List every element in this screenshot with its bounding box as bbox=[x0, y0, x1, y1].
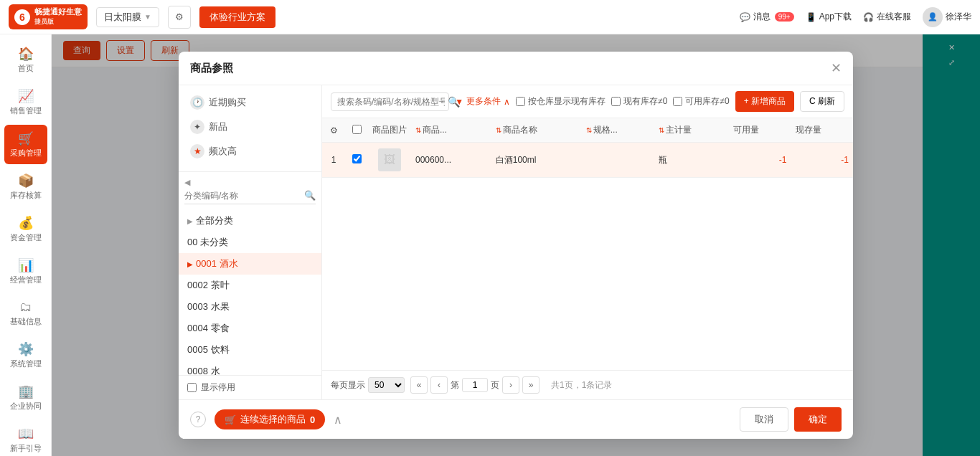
unit-header: ⇅ 主计量 bbox=[654, 118, 729, 143]
page-navigation: « ‹ 第 页 › » bbox=[410, 376, 540, 394]
row-checkbox[interactable] bbox=[352, 154, 362, 163]
category-all[interactable]: ▶ 全部分类 bbox=[179, 210, 321, 232]
recent-tab[interactable]: 🕐 近期购买 bbox=[184, 91, 316, 114]
pagination-bar: 每页显示 50 20 100 « ‹ 第 bbox=[322, 370, 853, 399]
store-selector[interactable]: 日太阳膜 ▼ bbox=[96, 7, 159, 27]
product-table: ⚙ 商品图片 bbox=[322, 118, 853, 178]
row-checkbox-cell bbox=[345, 143, 368, 178]
select-all-checkbox[interactable] bbox=[352, 125, 362, 134]
config-icon[interactable]: ⚙ bbox=[330, 125, 338, 136]
modal-toolbar: 🔍 ▼ 更多条件 ∧ 按仓库显示现有库存 bbox=[322, 85, 853, 118]
sort-name-icon[interactable]: ⇅ bbox=[496, 126, 501, 134]
left-tabs: 🕐 近期购买 ✦ 新品 ★ 频次高 bbox=[179, 85, 321, 168]
add-product-button[interactable]: + 新增商品 bbox=[735, 91, 794, 112]
modal-header: 商品参照 ✕ bbox=[179, 52, 853, 85]
page-size-select[interactable]: 50 20 100 bbox=[368, 377, 405, 393]
stock-ne0-filter-label[interactable]: 现有库存≠0 bbox=[611, 95, 667, 108]
try-industry-button[interactable]: 体验行业方案 bbox=[199, 6, 275, 28]
system-icon: ⚙️ bbox=[18, 341, 34, 357]
category-search-icon[interactable]: 🔍 bbox=[304, 190, 316, 201]
help-icon[interactable]: ? bbox=[190, 412, 206, 427]
row-available-cell: -1 bbox=[729, 143, 791, 178]
table-row[interactable]: 1 🖼 bbox=[322, 143, 853, 178]
row-image-cell: 🖼 bbox=[368, 143, 411, 178]
row-num: 1 bbox=[322, 143, 345, 178]
sort-spec-icon[interactable]: ⇅ bbox=[586, 126, 592, 134]
more-filter-button[interactable]: ▼ 更多条件 ∧ bbox=[455, 95, 510, 108]
app-download-item[interactable]: 📱 App下载 bbox=[806, 11, 852, 23]
category-search-input[interactable] bbox=[184, 191, 301, 201]
headset-icon: 🎧 bbox=[863, 12, 874, 22]
first-page-button[interactable]: « bbox=[410, 376, 428, 394]
enterprise-icon: 🏢 bbox=[18, 384, 34, 399]
sidebar-item-guide[interactable]: 📖 新手引导 bbox=[4, 420, 47, 456]
category-list: ▶ 全部分类 00 未分类 ▶ 0001 酒水 0002 茶 bbox=[179, 210, 321, 375]
frequent-tab[interactable]: ★ 频次高 bbox=[184, 140, 316, 163]
category-0004[interactable]: 0004 零食 bbox=[179, 318, 321, 339]
sort-unit-icon[interactable]: ⇅ bbox=[659, 126, 664, 134]
collapse-cart-button[interactable]: ∧ bbox=[334, 413, 342, 427]
inventory-icon: 📦 bbox=[18, 173, 34, 189]
product-image: 🖼 bbox=[378, 148, 401, 171]
settings-icon[interactable]: ⚙ bbox=[168, 6, 191, 29]
category-0008[interactable]: 0008 水 bbox=[179, 361, 321, 375]
dropdown-arrow-icon: ▼ bbox=[144, 13, 151, 21]
category-0002[interactable]: 0002 茶叶 bbox=[179, 275, 321, 296]
stock-ne0-checkbox[interactable] bbox=[611, 97, 621, 106]
row-spec-cell bbox=[582, 143, 654, 178]
product-reference-modal: 商品参照 ✕ 🕐 近期购买 ✦ bbox=[179, 52, 853, 439]
product-search-box: 🔍 bbox=[331, 92, 449, 111]
cancel-button[interactable]: 取消 bbox=[740, 407, 788, 432]
confirm-button[interactable]: 确定 bbox=[794, 407, 842, 432]
message-icon: 💬 bbox=[740, 12, 750, 22]
warehouse-filter-label[interactable]: 按仓库显示现有库存 bbox=[516, 95, 606, 108]
toolbar-right-actions: + 新增商品 C 刷新 bbox=[735, 91, 844, 112]
cart-button[interactable]: 🛒 连续选择的商品 0 bbox=[215, 409, 325, 429]
footer-actions: 取消 确定 bbox=[740, 407, 842, 432]
all-arrow-icon: ▶ bbox=[187, 217, 193, 225]
avail-ne0-filter-label[interactable]: 可用库存≠0 bbox=[673, 95, 729, 108]
product-search-input[interactable] bbox=[337, 97, 445, 107]
warehouse-filter-checkbox[interactable] bbox=[516, 97, 525, 106]
phone-icon: 📱 bbox=[806, 12, 816, 22]
row-stock-cell: -1 bbox=[791, 143, 853, 178]
sort-code-icon[interactable]: ⇅ bbox=[415, 126, 421, 134]
logo: 6 畅捷通好生意 捷员版 bbox=[9, 4, 88, 29]
new-product-tab[interactable]: ✦ 新品 bbox=[184, 115, 316, 138]
category-0003[interactable]: 0003 水果 bbox=[179, 296, 321, 318]
category-00[interactable]: 00 未分类 bbox=[179, 232, 321, 253]
sidebar-item-home[interactable]: 🏠 首页 bbox=[4, 40, 47, 80]
category-0001[interactable]: ▶ 0001 酒水 bbox=[179, 253, 321, 275]
page-info: 共1页，1条记录 bbox=[551, 379, 612, 391]
sidebar-item-inventory[interactable]: 📦 库存核算 bbox=[4, 167, 47, 206]
sidebar-item-sales[interactable]: 📈 销售管理 bbox=[4, 82, 47, 122]
modal-close-button[interactable]: ✕ bbox=[831, 60, 842, 76]
row-name-cell: 白酒100ml bbox=[491, 143, 582, 178]
sidebar-item-finance[interactable]: 💰 资金管理 bbox=[4, 209, 47, 249]
last-page-button[interactable]: » bbox=[522, 376, 540, 394]
row-code-cell: 000600... bbox=[411, 143, 491, 178]
next-page-button[interactable]: › bbox=[502, 376, 519, 394]
show-disabled-label[interactable]: 显示停用 bbox=[201, 381, 235, 394]
page-number-input[interactable] bbox=[462, 378, 488, 392]
sidebar-item-purchase[interactable]: 🛒 采购管理 bbox=[4, 125, 47, 164]
sidebar-item-system[interactable]: ⚙️ 系统管理 bbox=[4, 336, 47, 375]
logo-circle: 6 bbox=[14, 9, 30, 25]
finance-icon: 💰 bbox=[18, 215, 34, 231]
active-arrow-icon: ▶ bbox=[187, 260, 193, 268]
refresh-table-button[interactable]: C 刷新 bbox=[800, 91, 844, 112]
show-disabled-checkbox[interactable] bbox=[187, 383, 197, 392]
category-0005[interactable]: 0005 饮料 bbox=[179, 339, 321, 361]
sidebar-item-basic[interactable]: 🗂 基础信息 bbox=[4, 294, 47, 333]
message-nav-item[interactable]: 💬 消息 99+ bbox=[740, 11, 794, 23]
modal-title: 商品参照 bbox=[190, 62, 233, 75]
spec-header: ⇅ 规格... bbox=[582, 118, 654, 143]
sidebar-item-enterprise[interactable]: 🏢 企业协同 bbox=[4, 378, 47, 417]
online-service-item[interactable]: 🎧 在线客服 bbox=[863, 11, 911, 23]
avail-ne0-checkbox[interactable] bbox=[673, 97, 682, 106]
collapse-hint: ◀ bbox=[184, 178, 316, 187]
prev-page-button[interactable]: ‹ bbox=[430, 376, 448, 394]
sidebar-item-operations[interactable]: 📊 经营管理 bbox=[4, 252, 47, 291]
user-avatar-item[interactable]: 👤 徐泽华 bbox=[923, 7, 971, 27]
config-header: ⚙ bbox=[322, 118, 345, 143]
